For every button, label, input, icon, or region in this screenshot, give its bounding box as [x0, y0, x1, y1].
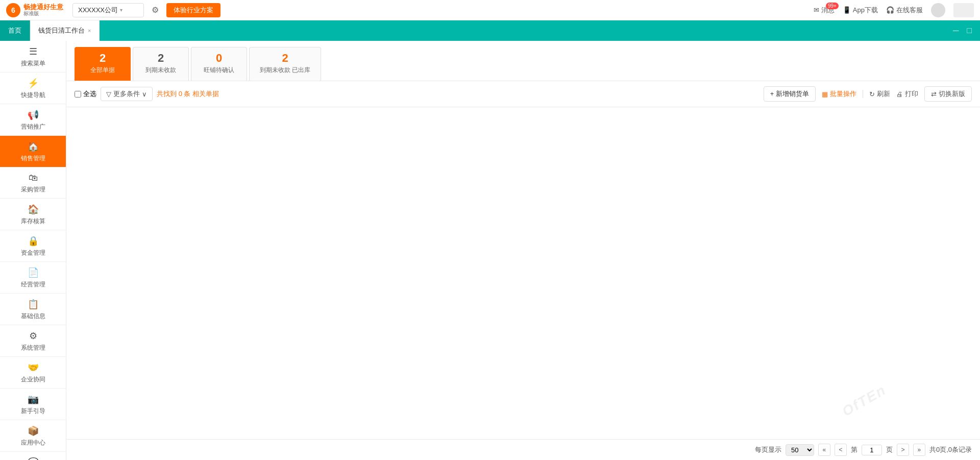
- app-center-icon: 📦: [28, 425, 39, 437]
- sidebar-item-system[interactable]: ⚙系统管理: [0, 325, 66, 357]
- sidebar-item-cooperation[interactable]: 🤝企业协同: [0, 357, 66, 389]
- purchase-icon: 🛍: [29, 173, 38, 183]
- logo-text: 畅捷通好生意 标准版: [23, 3, 63, 17]
- batch-icon: ▦: [822, 90, 828, 98]
- switch-new-button[interactable]: ⇄ 切换新版: [924, 86, 972, 102]
- message-button[interactable]: ✉ 消息 99+: [814, 6, 835, 15]
- message-badge: 99+: [826, 3, 839, 9]
- mobile-icon: 📱: [843, 6, 851, 14]
- sidebar-item-quick-nav[interactable]: ⚡快捷导航: [0, 72, 66, 104]
- gear-icon: ⚙: [152, 5, 159, 15]
- page-suffix: 页: [886, 445, 893, 454]
- refresh-icon: ↻: [869, 90, 875, 98]
- toolbar-left: 全选 ▽ 更多条件 ∨ 共找到 0 条 相关单据: [75, 87, 760, 101]
- sidebar-item-wechat[interactable]: 💬企业微信: [0, 452, 66, 460]
- maximize-button[interactable]: □: [963, 24, 976, 37]
- online-service-label: 在线客服: [896, 6, 923, 15]
- message-icon: ✉: [814, 6, 819, 14]
- tab-active[interactable]: 钱货日清工作台 ×: [30, 20, 100, 41]
- filter-chevron-icon: ∨: [142, 90, 147, 98]
- select-all-input[interactable]: [75, 91, 81, 98]
- search-menu-icon: ☰: [29, 46, 37, 57]
- toolbar-right: + 新增销货单 ▦ 批量操作 ↻ 刷新 🖨 打印 ⇄ 切换新版: [764, 86, 972, 102]
- page-size-label: 每页显示: [755, 445, 781, 454]
- select-all-label: 全选: [83, 89, 96, 99]
- total-records: 共0页,0条记录: [929, 445, 972, 454]
- page-size-select[interactable]: 2050100: [786, 444, 814, 456]
- guide-icon: 📷: [28, 394, 39, 405]
- summary-tab-all[interactable]: 2全部单据: [75, 47, 131, 81]
- sales-icon: 🏠: [28, 141, 39, 152]
- sidebar-item-inventory[interactable]: 🏠库存核算: [0, 199, 66, 230]
- filter-button[interactable]: ▽ 更多条件 ∨: [101, 87, 153, 101]
- found-number: 0: [179, 90, 182, 98]
- sidebar-item-marketing[interactable]: 📢营销推广: [0, 104, 66, 136]
- app-download-label: App下载: [853, 6, 878, 15]
- sidebar: ☰搜索菜单⚡快捷导航📢营销推广🏠销售管理🛍采购管理🏠库存核算🔒资金管理📄经营管理…: [0, 41, 66, 460]
- select-all-checkbox[interactable]: 全选: [75, 89, 96, 99]
- summary-tabs: 2全部单据2到期未收款0旺铺待确认2到期未收款 已出库: [66, 41, 980, 81]
- trial-button[interactable]: 体验行业方案: [166, 3, 220, 17]
- pagination: 每页显示 2050100 « < 第 页 > » 共0页,0条记录: [66, 439, 980, 460]
- logo-area: 6 畅捷通好生意 标准版: [6, 3, 72, 17]
- logo-main: 畅捷通好生意: [23, 3, 63, 11]
- toolbar: 全选 ▽ 更多条件 ∨ 共找到 0 条 相关单据 + 新增销货单 ▦: [66, 81, 980, 107]
- nav-tabs: 首页 钱货日清工作台 × ─ □: [0, 20, 980, 41]
- page-input[interactable]: [862, 445, 882, 455]
- company-selector[interactable]: XXXXXX公司 ▾: [72, 3, 144, 17]
- switch-icon: ⇄: [931, 90, 937, 98]
- divider: [863, 90, 863, 98]
- user-name-area[interactable]: [953, 3, 974, 17]
- system-icon: ⚙: [29, 330, 37, 342]
- summary-tab-overdue-out[interactable]: 2到期未收款 已出库: [249, 47, 321, 81]
- marketing-icon: 📢: [28, 109, 39, 120]
- page-prefix: 第: [851, 445, 857, 454]
- first-page-button[interactable]: «: [818, 444, 830, 456]
- content-area: 2全部单据2到期未收款0旺铺待确认2到期未收款 已出库 全选 ▽ 更多条件 ∨ …: [66, 41, 980, 460]
- sidebar-item-search-menu[interactable]: ☰搜索菜单: [0, 41, 66, 72]
- operations-icon: 📄: [28, 267, 39, 278]
- top-bar: 6 畅捷通好生意 标准版 XXXXXX公司 ▾ ⚙ 体验行业方案 ✉ 消息 99…: [0, 0, 980, 20]
- logo-icon: 6: [6, 3, 20, 17]
- cooperation-icon: 🤝: [28, 362, 39, 373]
- basic-info-icon: 📋: [28, 299, 39, 310]
- top-bar-right: ✉ 消息 99+ 📱 App下载 🎧 在线客服: [814, 3, 974, 17]
- print-icon: 🖨: [896, 90, 903, 98]
- sidebar-item-app-center[interactable]: 📦应用中心: [0, 420, 66, 452]
- online-service-button[interactable]: 🎧 在线客服: [886, 6, 923, 15]
- tab-active-label: 钱货日清工作台: [38, 26, 85, 35]
- batch-op-button[interactable]: ▦ 批量操作: [822, 89, 856, 99]
- next-page-button[interactable]: >: [897, 444, 909, 456]
- print-button[interactable]: 🖨 打印: [896, 89, 918, 99]
- sidebar-item-finance[interactable]: 🔒资金管理: [0, 230, 66, 262]
- user-avatar[interactable]: [931, 3, 945, 17]
- minimize-button[interactable]: ─: [949, 24, 963, 37]
- tab-home[interactable]: 首页: [0, 20, 30, 41]
- headset-icon: 🎧: [886, 6, 894, 14]
- sidebar-item-basic-info[interactable]: 📋基础信息: [0, 294, 66, 325]
- found-count: 共找到 0 条 相关单据: [157, 89, 219, 99]
- app-download-button[interactable]: 📱 App下载: [843, 6, 878, 15]
- company-name: XXXXXX公司: [78, 6, 118, 15]
- refresh-button[interactable]: ↻ 刷新: [869, 89, 890, 99]
- nav-tab-actions: ─ □: [949, 20, 980, 41]
- wechat-icon: 💬: [28, 457, 39, 460]
- chevron-down-icon: ▾: [120, 7, 122, 13]
- prev-page-button[interactable]: <: [835, 444, 847, 456]
- sidebar-item-sales[interactable]: 🏠销售管理: [0, 136, 66, 167]
- sidebar-item-purchase[interactable]: 🛍采购管理: [0, 167, 66, 199]
- inventory-icon: 🏠: [28, 204, 39, 215]
- sidebar-item-guide[interactable]: 📷新手引导: [0, 389, 66, 420]
- summary-tab-overdue[interactable]: 2到期未收款: [133, 47, 189, 81]
- table-area: [66, 107, 980, 439]
- new-sale-button[interactable]: + 新增销货单: [764, 86, 816, 102]
- sidebar-item-operations[interactable]: 📄经营管理: [0, 262, 66, 294]
- settings-button[interactable]: ⚙: [148, 3, 162, 17]
- last-page-button[interactable]: »: [913, 444, 925, 456]
- tab-close-icon[interactable]: ×: [88, 28, 91, 34]
- filter-icon: ▽: [106, 90, 111, 98]
- logo-sub: 标准版: [23, 11, 63, 17]
- summary-tab-pending[interactable]: 0旺铺待确认: [191, 47, 247, 81]
- tab-home-label: 首页: [8, 26, 21, 35]
- finance-icon: 🔒: [28, 235, 39, 247]
